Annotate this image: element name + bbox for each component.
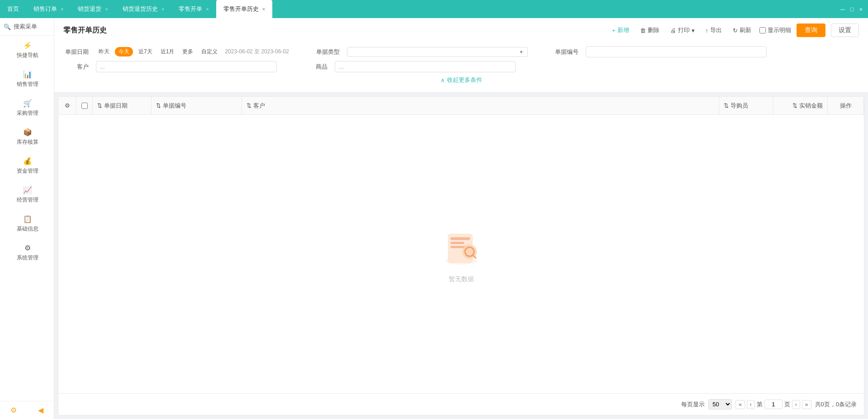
sidebar-item-sales-mgmt[interactable]: 📊 销售管理 (0, 65, 54, 94)
show-detail-label: 显示明细 (768, 26, 791, 34)
sort-customer-icon[interactable]: ⇅ (247, 102, 251, 109)
system-mgmt-icon: ⚙ (24, 244, 31, 252)
main-layout: 🔍 搜索采单 ⚡ 快捷导航 📊 销售管理 🛒 采购管理 📦 库存核算 💰 资金管… (0, 18, 868, 419)
th-settings[interactable]: ⚙ (58, 97, 76, 114)
quick-nav-icon: ⚡ (23, 41, 32, 50)
th-guide: ⇅ 导购员 (719, 97, 773, 114)
collapse-icon: ∧ (441, 77, 445, 84)
select-all-checkbox[interactable] (81, 103, 88, 109)
first-page-btn[interactable]: « (735, 400, 745, 409)
date-btn-more[interactable]: 更多 (180, 47, 196, 56)
tab-home-label: 首页 (7, 5, 19, 13)
tab-retail-open-history-close[interactable]: × (262, 6, 265, 12)
tab-sales-order-close[interactable]: × (61, 6, 63, 12)
show-detail-check[interactable]: 显示明细 (759, 26, 791, 34)
sort-guide-icon[interactable]: ⇅ (724, 102, 729, 109)
tab-sales-return-close[interactable]: × (105, 6, 108, 12)
order-type-arrow-icon: ▼ (519, 49, 524, 55)
last-page-btn[interactable]: » (802, 400, 811, 409)
tab-home[interactable]: 首页 (0, 0, 26, 18)
customer-label: 客户 (63, 63, 89, 71)
date-btn-today[interactable]: 今天 (115, 47, 133, 56)
sort-date-icon[interactable]: ⇅ (97, 102, 102, 109)
tab-sales-return-history[interactable]: 销货退货历史 × (115, 0, 171, 18)
show-detail-checkbox[interactable] (759, 27, 766, 33)
window-max-btn[interactable]: □ (850, 6, 854, 13)
tab-retail-open-label: 零售开单 (179, 5, 202, 13)
new-label: 新增 (617, 26, 629, 34)
date-range: 2023-06-02 至 2023-06-02 (225, 48, 289, 56)
tab-sales-order-label: 销售订单 (33, 5, 57, 13)
refresh-button[interactable]: ↻ 刷新 (730, 24, 754, 36)
sidebar-item-quick-nav[interactable]: ⚡ 快捷导航 (0, 36, 54, 65)
window-close-btn[interactable]: × (859, 6, 863, 13)
sidebar-item-operations-label: 经营管理 (17, 196, 38, 204)
tab-sales-return-history-close[interactable]: × (161, 6, 164, 12)
sidebar-item-system-mgmt[interactable]: ⚙ 系统管理 (0, 238, 54, 267)
th-actions: 操作 (828, 97, 864, 114)
page-number-input[interactable] (764, 400, 783, 409)
filter-row-2: 客户 ... 商品 ... (63, 61, 859, 72)
new-button[interactable]: + 新增 (609, 24, 632, 36)
customer-input[interactable]: ... (96, 61, 277, 72)
per-page-select[interactable]: 50 10 20 100 (708, 399, 732, 410)
tab-sales-return[interactable]: 销货退货 × (71, 0, 115, 18)
top-tab-bar: 首页 销售订单 × 销货退货 × 销货退货历史 × 零售开单 × 零售开单历史 … (0, 0, 868, 18)
empty-illustration (439, 225, 484, 270)
sidebar-settings-btn[interactable]: ⚙ (10, 406, 17, 414)
th-order-no: ⇅ 单据编号 (152, 97, 242, 114)
date-btn-7days[interactable]: 近7天 (136, 47, 155, 56)
date-btn-custom[interactable]: 自定义 (199, 47, 220, 56)
sidebar-bottom: ⚙ ◀ (0, 401, 54, 419)
next-page-btn[interactable]: › (792, 400, 800, 409)
tab-retail-open[interactable]: 零售开单 × (171, 0, 216, 18)
basic-info-icon: 📋 (23, 215, 32, 223)
prev-page-btn[interactable]: ‹ (747, 400, 755, 409)
sidebar-collapse-btn[interactable]: ◀ (38, 406, 43, 414)
order-type-select[interactable]: ▼ (347, 47, 528, 57)
customer-placeholder: ... (100, 63, 273, 70)
th-check[interactable] (76, 97, 93, 114)
th-customer-label: 客户 (253, 102, 265, 110)
window-controls: ─ □ × (840, 6, 868, 13)
sort-order-no-icon[interactable]: ⇅ (156, 102, 161, 109)
th-guide-label: 导购员 (730, 102, 748, 110)
purchase-mgmt-icon: 🛒 (23, 99, 32, 108)
column-settings-icon[interactable]: ⚙ (65, 102, 70, 109)
refresh-icon: ↻ (733, 27, 738, 34)
print-dropdown-icon: ▾ (692, 27, 695, 34)
order-type-label: 单据类型 (314, 48, 340, 56)
settings-button[interactable]: 设置 (831, 24, 859, 37)
search-icon: 🔍 (4, 24, 11, 30)
date-btn-yesterday[interactable]: 昨天 (96, 47, 112, 56)
query-button[interactable]: 查询 (797, 24, 825, 37)
delete-button[interactable]: 🗑 删除 (637, 24, 662, 36)
sidebar-search-label: 搜索采单 (14, 23, 37, 31)
th-amount: ⇅ 实销金额 (773, 97, 828, 114)
print-button[interactable]: 🖨 打印 ▾ (668, 24, 697, 36)
table-header: ⚙ ⇅ 单据日期 ⇅ 单据编号 ⇅ 客户 ⇅ (58, 97, 864, 115)
product-input[interactable]: ... (335, 61, 516, 72)
date-btn-1month[interactable]: 近1月 (158, 47, 177, 56)
delete-icon: 🗑 (640, 27, 646, 34)
sidebar-search[interactable]: 🔍 搜索采单 (0, 18, 54, 36)
tab-retail-open-history[interactable]: 零售开单历史 × (216, 0, 272, 18)
tab-sales-order[interactable]: 销售订单 × (26, 0, 71, 18)
sidebar: 🔍 搜索采单 ⚡ 快捷导航 📊 销售管理 🛒 采购管理 📦 库存核算 💰 资金管… (0, 18, 54, 419)
date-label: 单据日期 (63, 48, 89, 56)
sidebar-item-finance[interactable]: 💰 资金管理 (0, 151, 54, 180)
page-nav: « ‹ 第 页 › » (735, 400, 811, 409)
collapse-btn[interactable]: ∧ 收起更多条件 (63, 76, 859, 84)
order-no-input[interactable] (586, 46, 767, 57)
export-button[interactable]: ↑ 导出 (703, 24, 725, 36)
sidebar-item-inventory[interactable]: 📦 库存核算 (0, 122, 54, 151)
sidebar-item-operations[interactable]: 📈 经营管理 (0, 180, 54, 209)
tab-retail-open-close[interactable]: × (206, 6, 209, 12)
sort-amount-icon[interactable]: ⇅ (792, 102, 797, 109)
sidebar-item-basic-info[interactable]: 📋 基础信息 (0, 209, 54, 238)
sidebar-item-basic-info-label: 基础信息 (17, 225, 38, 233)
print-icon: 🖨 (670, 27, 676, 34)
delete-label: 删除 (648, 26, 659, 34)
sidebar-item-purchase-mgmt[interactable]: 🛒 采购管理 (0, 94, 54, 122)
window-min-btn[interactable]: ─ (840, 6, 844, 13)
